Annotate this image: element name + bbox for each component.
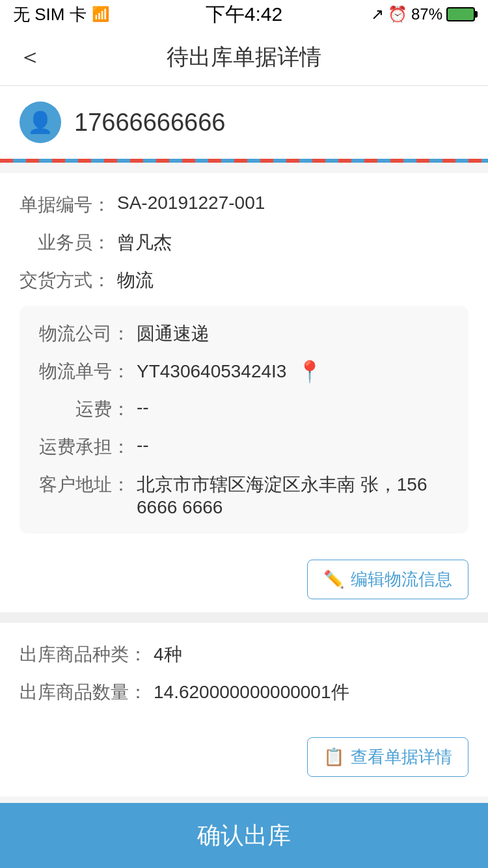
freight-bearer-label: 运费承担： (39, 435, 130, 459)
avatar: 👤 (20, 102, 61, 143)
goods-type-value: 4种 (154, 642, 468, 667)
battery-icon (446, 7, 475, 21)
dashed-divider (0, 159, 488, 163)
edit-logistics-label: 编辑物流信息 (351, 568, 452, 591)
document-info-section: 单据编号： SA-20191227-001 业务员： 曾凡杰 交货方式： 物流 … (0, 173, 488, 547)
address-value: 北京市市辖区海淀区永丰南 张，156 6666 6666 (137, 472, 449, 518)
tracking-label: 物流单号： (39, 359, 130, 384)
goods-type-label: 出库商品种类： (20, 642, 147, 667)
view-detail-button[interactable]: 📋 查看单据详情 (307, 737, 468, 777)
carrier-text: 无 SIM 卡 (13, 3, 87, 26)
back-button[interactable]: ＜ (18, 41, 42, 73)
salesman-label: 业务员： (20, 230, 111, 255)
salesman-value: 曾凡杰 (117, 230, 468, 255)
nav-bar: ＜ 待出库单据详情 (0, 29, 488, 86)
goods-quantity-row: 出库商品数量： 14.620000000000001件 (20, 680, 468, 705)
tracking-row: 物流单号： YT43064053424I3 📍 (39, 359, 449, 384)
goods-quantity-label: 出库商品数量： (20, 680, 147, 705)
page-title: 待出库单据详情 (167, 42, 321, 72)
freight-label: 运费： (39, 397, 130, 422)
status-bar: 无 SIM 卡 📶 下午4:42 ↗ ⏰ 87% (0, 0, 488, 29)
confirm-button-container: 确认出库 (0, 803, 488, 868)
document-number-label: 单据编号： (20, 193, 111, 217)
status-time: 下午4:42 (206, 1, 282, 28)
logistics-company-row: 物流公司： 圆通速递 (39, 321, 449, 346)
delivery-value: 物流 (117, 268, 468, 293)
confirm-outbound-button[interactable]: 确认出库 (0, 803, 488, 868)
avatar-icon: 👤 (27, 110, 53, 135)
delivery-row: 交货方式： 物流 (20, 268, 468, 293)
freight-bearer-row: 运费承担： -- (39, 435, 449, 459)
tracking-number: YT43064053424I3 (137, 361, 286, 382)
document-number-value: SA-20191227-001 (117, 193, 468, 213)
goods-quantity-value: 14.620000000000001件 (154, 680, 468, 705)
goods-type-row: 出库商品种类： 4种 (20, 642, 468, 667)
salesman-row: 业务员： 曾凡杰 (20, 230, 468, 255)
address-row: 客户地址： 北京市市辖区海淀区永丰南 张，156 6666 6666 (39, 472, 449, 518)
freight-bearer-value: -- (137, 435, 449, 455)
detail-button-row: 📋 查看单据详情 (0, 737, 488, 796)
tracking-value: YT43064053424I3 📍 (137, 359, 449, 384)
confirm-label: 确认出库 (197, 820, 291, 852)
edit-logistics-button[interactable]: ✏️ 编辑物流信息 (307, 560, 468, 599)
content: 👤 17666666666 单据编号： SA-20191227-001 业务员：… (0, 86, 488, 868)
status-left: 无 SIM 卡 📶 (13, 3, 109, 26)
edit-button-row: ✏️ 编辑物流信息 (0, 547, 488, 612)
battery-percentage: 87% (411, 5, 442, 23)
status-right: ↗ ⏰ 87% (371, 5, 475, 23)
user-phone: 17666666666 (74, 109, 225, 137)
view-detail-label: 查看单据详情 (351, 746, 452, 768)
wifi-icon: 📶 (92, 6, 109, 23)
location-status-icon: ↗ (371, 5, 384, 23)
edit-icon: ✏️ (323, 569, 344, 590)
tracking-location-icon[interactable]: 📍 (297, 359, 323, 384)
section-divider (0, 612, 488, 623)
goods-section: 出库商品种类： 4种 出库商品数量： 14.620000000000001件 (0, 623, 488, 737)
address-label: 客户地址： (39, 472, 130, 497)
freight-row: 运费： -- (39, 397, 449, 422)
alarm-icon: ⏰ (388, 5, 407, 23)
freight-value: -- (137, 397, 449, 418)
logistics-company-label: 物流公司： (39, 321, 130, 346)
detail-icon: 📋 (323, 747, 344, 767)
user-section: 👤 17666666666 (0, 86, 488, 159)
logistics-card: 物流公司： 圆通速递 物流单号： YT43064053424I3 📍 运费： -… (20, 306, 468, 534)
document-number-row: 单据编号： SA-20191227-001 (20, 193, 468, 217)
logistics-company-value: 圆通速递 (137, 321, 449, 346)
delivery-label: 交货方式： (20, 268, 111, 293)
